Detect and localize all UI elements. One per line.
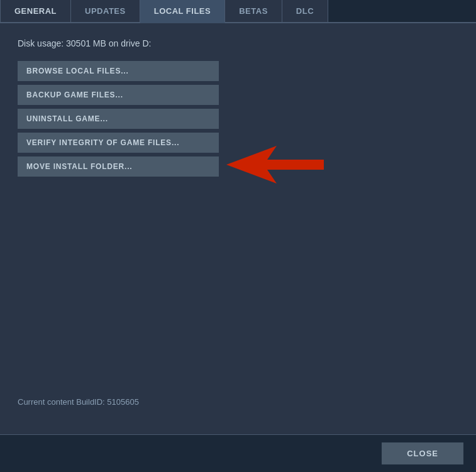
footer: CLOSE xyxy=(0,434,476,472)
backup-game-files-button[interactable]: BACKUP GAME FILES... xyxy=(18,85,219,105)
disk-usage-label: Disk usage: 30501 MB on drive D: xyxy=(18,38,458,48)
close-button[interactable]: CLOSE xyxy=(382,442,463,464)
steam-properties-window: GENERAL UPDATES LOCAL FILES BETAS DLC Di… xyxy=(0,0,476,472)
red-arrow-annotation xyxy=(226,146,327,190)
tab-updates[interactable]: UPDATES xyxy=(71,0,140,22)
verify-integrity-button[interactable]: VERIFY INTEGRITY OF GAME FILES... xyxy=(18,133,219,153)
uninstall-game-button[interactable]: UNINSTALL GAME... xyxy=(18,109,219,129)
browse-local-files-button[interactable]: BROWSE LOCAL FILES... xyxy=(18,61,219,81)
tab-local-files[interactable]: LOCAL FILES xyxy=(140,0,225,23)
tab-betas[interactable]: BETAS xyxy=(225,0,282,22)
move-install-folder-button[interactable]: MOVE INSTALL FOLDER... xyxy=(18,156,219,177)
action-buttons-list: BROWSE LOCAL FILES... BACKUP GAME FILES.… xyxy=(18,61,219,177)
tabs-bar: GENERAL UPDATES LOCAL FILES BETAS DLC xyxy=(0,0,476,23)
tab-dlc[interactable]: DLC xyxy=(282,0,328,22)
main-content: Disk usage: 30501 MB on drive D: BROWSE … xyxy=(0,23,476,434)
tab-general[interactable]: GENERAL xyxy=(0,0,71,22)
build-id-label: Current content BuildID: 5105605 xyxy=(18,397,458,419)
svg-marker-0 xyxy=(226,146,324,184)
